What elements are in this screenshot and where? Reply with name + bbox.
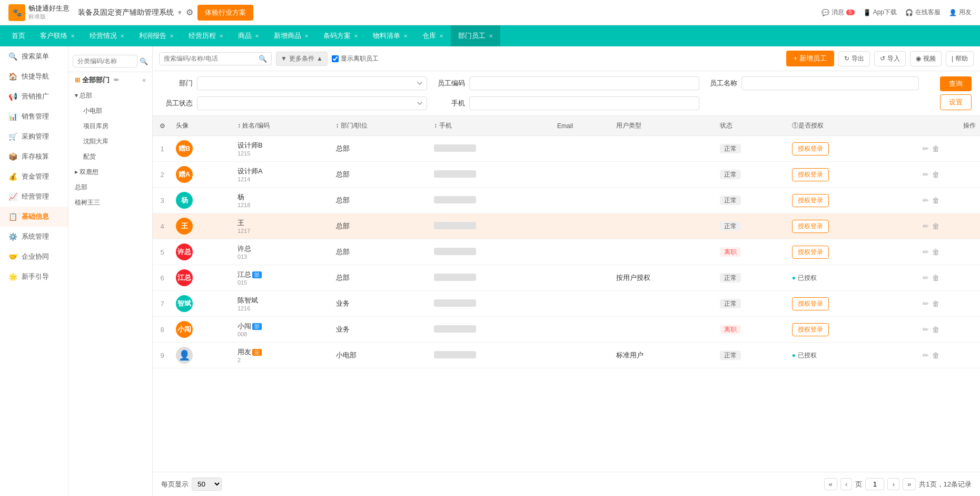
view-button[interactable]: ◉ 视频: [910, 51, 942, 66]
filter-empname-input[interactable]: [741, 76, 919, 90]
page-number-input[interactable]: [865, 478, 884, 490]
auth-button[interactable]: 授权登录: [792, 323, 829, 336]
sidebar-item-stock[interactable]: 📦 库存核算: [0, 147, 68, 167]
last-page-button[interactable]: »: [903, 478, 916, 490]
sidebar-item-basic[interactable]: 📋 基础信息: [0, 207, 68, 227]
dept-item-zongbu[interactable]: ▾ 总部: [68, 88, 152, 103]
auth-button[interactable]: 授权登录: [792, 297, 829, 310]
delete-button[interactable]: 🗑: [932, 274, 939, 282]
edit-button[interactable]: ✏: [923, 299, 929, 308]
more-filter-button[interactable]: ▼ 更多条件 ▲: [276, 52, 328, 66]
delete-button[interactable]: 🗑: [932, 196, 939, 205]
edit-button[interactable]: ✏: [923, 144, 929, 153]
dept-item-shenyang[interactable]: 沈阳大库: [68, 134, 152, 149]
search-input[interactable]: [164, 55, 259, 62]
delete-button[interactable]: 🗑: [932, 248, 939, 256]
edit-button[interactable]: ✏: [923, 222, 929, 230]
col-settings[interactable]: ⚙: [153, 116, 172, 136]
sidebar-item-marketing[interactable]: 📢 营销推广: [0, 86, 68, 106]
user-action[interactable]: 👤 用友: [949, 8, 972, 17]
help-button[interactable]: | 帮助: [946, 51, 974, 66]
tab-bom[interactable]: 物料清单✕: [365, 25, 415, 46]
tab-dept-employee-close[interactable]: ✕: [489, 33, 493, 39]
dept-item-xiangmu[interactable]: 项目库房: [68, 119, 152, 134]
tab-operation-close[interactable]: ✕: [120, 33, 124, 39]
tab-operation[interactable]: 经营情况✕: [82, 25, 132, 46]
prev-page-button[interactable]: ‹: [840, 478, 852, 490]
sidebar-item-mgmt[interactable]: 📈 经营管理: [0, 187, 68, 207]
auth-button[interactable]: 授权登录: [792, 194, 829, 207]
tab-customer-close[interactable]: ✕: [71, 33, 75, 39]
tab-goods-close[interactable]: ✕: [255, 33, 259, 39]
online-service-action[interactable]: 🎧 在线客服: [905, 8, 941, 17]
dept-item-shuanglu[interactable]: ▸ 双鹿想: [68, 164, 152, 180]
auth-button[interactable]: 授权登录: [792, 168, 829, 181]
sidebar-item-sales[interactable]: 📊 销售管理: [0, 106, 68, 127]
delete-button[interactable]: 🗑: [932, 351, 939, 359]
show-resigned-label[interactable]: 显示离职员工: [332, 54, 379, 63]
col-phone[interactable]: ↕ 手机: [430, 116, 553, 136]
delete-button[interactable]: 🗑: [932, 170, 939, 179]
edit-button[interactable]: ✏: [923, 248, 929, 256]
tab-warehouse[interactable]: 仓库✕: [415, 25, 451, 46]
filter-empcode-input[interactable]: [469, 76, 699, 90]
trial-button[interactable]: 体验行业方案: [197, 5, 253, 21]
sidebar-item-collab[interactable]: 🤝 企业协同: [0, 247, 68, 267]
export-button[interactable]: ↻ 导出: [838, 51, 870, 66]
tab-dept-employee[interactable]: 部门员工✕: [451, 25, 500, 46]
tab-barcode[interactable]: 条码方案✕: [316, 25, 365, 46]
app-download-action[interactable]: 📱 App下载: [863, 8, 897, 17]
sidebar-item-purchase[interactable]: 🛒 采购管理: [0, 127, 68, 147]
dropdown-icon[interactable]: ▾: [178, 8, 182, 16]
auth-button[interactable]: 授权登录: [792, 142, 829, 155]
sidebar-item-guide[interactable]: 🌟 新手引导: [0, 267, 68, 287]
auth-button[interactable]: 授权登录: [792, 246, 829, 259]
dept-item-zongbu2[interactable]: 总部: [68, 180, 152, 195]
collapse-dept-icon[interactable]: «: [142, 76, 146, 84]
import-button[interactable]: ↺ 导入: [874, 51, 906, 66]
col-dept[interactable]: ↕ 部门/职位: [332, 116, 430, 136]
sidebar-item-search[interactable]: 🔍 搜索菜单: [0, 46, 68, 66]
sidebar-item-finance[interactable]: 💰 资金管理: [0, 167, 68, 187]
tab-profit-close[interactable]: ✕: [170, 33, 174, 39]
sidebar-item-nav[interactable]: 🏠 快捷导航: [0, 66, 68, 86]
first-page-button[interactable]: «: [824, 478, 837, 490]
tab-new-goods-close[interactable]: ✕: [304, 33, 309, 39]
filter-empstatus-select[interactable]: [197, 96, 427, 110]
auth-button[interactable]: 授权登录: [792, 220, 829, 233]
settings-icon[interactable]: ⚙: [186, 7, 193, 17]
edit-button[interactable]: ✏: [923, 351, 929, 359]
tab-warehouse-close[interactable]: ✕: [439, 33, 443, 39]
tab-history[interactable]: 经营历程✕: [181, 25, 231, 46]
search-icon[interactable]: 🔍: [259, 55, 267, 63]
dept-item-peihuo[interactable]: 配货: [68, 149, 152, 164]
delete-button[interactable]: 🗑: [932, 222, 939, 230]
sidebar-item-system[interactable]: ⚙️ 系统管理: [0, 227, 68, 247]
dept-search-input[interactable]: [73, 55, 137, 67]
tab-bom-close[interactable]: ✕: [403, 33, 408, 39]
tab-customer[interactable]: 客户联络✕: [33, 25, 82, 46]
edit-button[interactable]: ✏: [923, 196, 929, 205]
message-action[interactable]: 💬 消息 5: [821, 8, 855, 17]
col-name[interactable]: ↕ 姓名/编码: [233, 116, 332, 136]
tab-goods[interactable]: 商品✕: [231, 25, 266, 46]
next-page-button[interactable]: ›: [887, 478, 899, 490]
dept-all-header[interactable]: ⊞ 全部部门 ✏ «: [68, 72, 152, 88]
delete-button[interactable]: 🗑: [932, 299, 939, 308]
tab-profit[interactable]: 利润报告✕: [132, 25, 181, 46]
filter-phone-input[interactable]: [469, 96, 699, 110]
tab-home[interactable]: 首页: [4, 25, 33, 46]
dept-search-icon[interactable]: 🔍: [140, 57, 148, 65]
dept-item-xiaodian[interactable]: 小电部: [68, 103, 152, 119]
edit-dept-icon[interactable]: ✏: [114, 76, 119, 84]
reset-button[interactable]: 设置: [940, 94, 972, 110]
edit-button[interactable]: ✏: [923, 170, 929, 179]
edit-button[interactable]: ✏: [923, 325, 929, 334]
tab-new-goods[interactable]: 新增商品✕: [266, 25, 316, 46]
dept-item-zhishu[interactable]: 植树王三: [68, 195, 152, 210]
delete-button[interactable]: 🗑: [932, 144, 939, 153]
show-resigned-checkbox[interactable]: [332, 55, 339, 62]
filter-dept-select[interactable]: [197, 76, 427, 90]
per-page-select[interactable]: 50 100: [192, 478, 222, 491]
edit-button[interactable]: ✏: [923, 274, 929, 282]
